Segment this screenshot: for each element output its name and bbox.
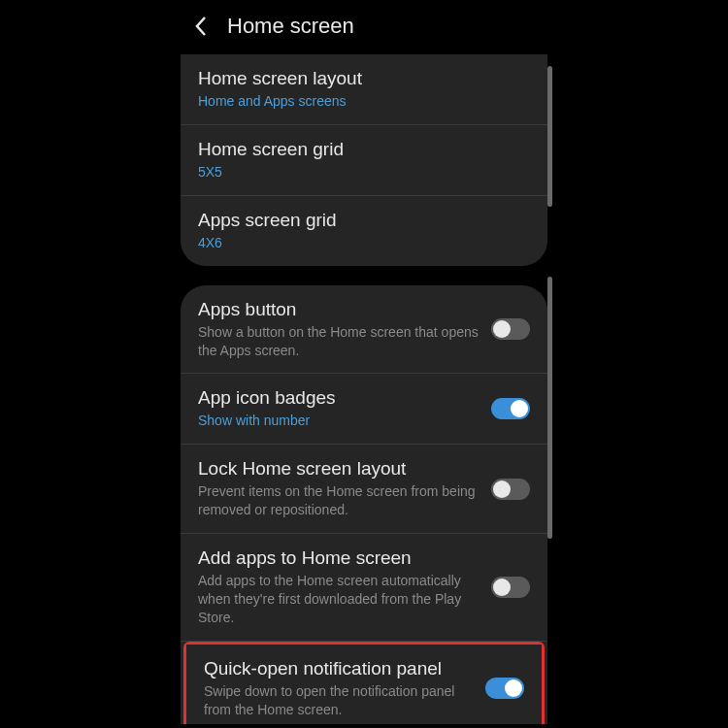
setting-title: Apps button (198, 299, 480, 320)
setting-title: Home screen grid (198, 139, 530, 160)
setting-lock-home-screen[interactable]: Lock Home screen layout Prevent items on… (181, 445, 547, 534)
scrollbar-icon[interactable] (547, 66, 552, 207)
setting-title: Lock Home screen layout (198, 458, 480, 480)
setting-title: Apps screen grid (198, 210, 530, 231)
setting-quick-open-notification[interactable]: Quick-open notification panel Swipe down… (186, 645, 542, 724)
setting-subtitle: Add apps to the Home screen automaticall… (198, 572, 480, 627)
toggle-quick-open-notification[interactable] (485, 678, 524, 699)
section-layout: Home screen layout Home and Apps screens… (181, 54, 547, 266)
back-icon[interactable] (192, 17, 210, 35)
setting-title: Quick-open notification panel (204, 658, 474, 679)
setting-apps-button[interactable]: Apps button Show a button on the Home sc… (181, 285, 547, 375)
toggle-add-apps-home[interactable] (491, 577, 530, 598)
toggle-apps-button[interactable] (491, 318, 530, 340)
setting-subtitle: 4X6 (198, 234, 530, 252)
setting-home-screen-layout[interactable]: Home screen layout Home and Apps screens (181, 54, 547, 125)
setting-title: App icon badges (198, 387, 480, 409)
setting-title: Home screen layout (198, 68, 530, 89)
setting-home-screen-grid[interactable]: Home screen grid 5X5 (181, 125, 547, 196)
setting-subtitle: Show a button on the Home screen that op… (198, 323, 480, 360)
setting-subtitle: Show with number (198, 412, 480, 430)
setting-subtitle: Home and Apps screens (198, 92, 530, 111)
header: Home screen (175, 0, 553, 54)
setting-subtitle: 5X5 (198, 163, 530, 182)
content-scroll[interactable]: Home screen layout Home and Apps screens… (175, 54, 553, 724)
setting-add-apps-home[interactable]: Add apps to Home screen Add apps to the … (181, 534, 547, 642)
page-title: Home screen (227, 14, 354, 39)
setting-subtitle: Swipe down to open the notification pane… (204, 682, 474, 719)
setting-app-icon-badges[interactable]: App icon badges Show with number (181, 374, 547, 445)
section-options: Apps button Show a button on the Home sc… (181, 285, 547, 724)
toggle-lock-home-screen[interactable] (491, 479, 530, 500)
setting-subtitle: Prevent items on the Home screen from be… (198, 482, 480, 519)
toggle-app-icon-badges[interactable] (491, 398, 530, 419)
phone-screen: Home screen Home screen layout Home and … (175, 0, 553, 728)
setting-title: Add apps to Home screen (198, 547, 480, 569)
scrollbar-icon[interactable] (547, 277, 552, 539)
setting-apps-screen-grid[interactable]: Apps screen grid 4X6 (181, 196, 547, 266)
highlight-quick-open: Quick-open notification panel Swipe down… (183, 642, 545, 724)
